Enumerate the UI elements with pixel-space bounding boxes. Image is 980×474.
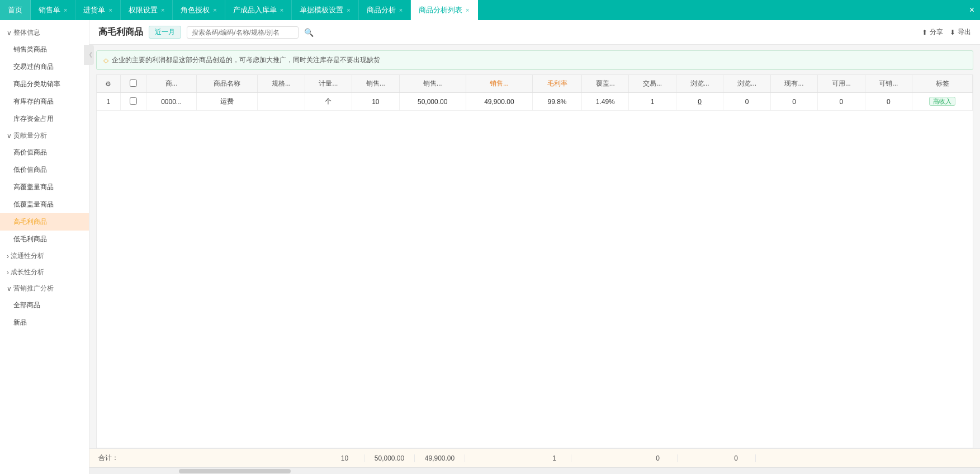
sidebar-item-0-1[interactable]: 交易过的商品 [0, 58, 89, 76]
search-input[interactable] [187, 26, 299, 39]
view-link[interactable]: 0 [698, 98, 702, 106]
nav-item-0[interactable]: 首页 [0, 0, 31, 20]
sidebar-group-3[interactable]: › 成长性分析 [0, 264, 89, 280]
nav-close-icon-8[interactable]: × [466, 7, 469, 13]
sidebar-collapse-button[interactable]: 《 [84, 45, 94, 65]
cell-index: 1 [97, 93, 120, 111]
col-header-code[interactable]: 商... [146, 75, 196, 93]
sidebar-item-1-1[interactable]: 低价值商品 [0, 161, 89, 179]
sidebar-group-0[interactable]: ∨ 整体信息 [0, 25, 89, 41]
col-header-unit[interactable]: 计量... [305, 75, 352, 93]
cell-checkbox[interactable] [120, 93, 146, 111]
tag-badge: 高收入 [929, 97, 955, 106]
cell-code: 0000... [146, 93, 196, 111]
footer-bar: 合计： 1050,000.0049,900.00100 [89, 448, 980, 467]
sidebar-item-0-2[interactable]: 商品分类助销率 [0, 76, 89, 93]
col-header-saleQty[interactable]: 销售... [352, 75, 399, 93]
search-icon[interactable]: 🔍 [304, 28, 314, 37]
scrollbar-thumb[interactable] [179, 469, 291, 473]
col-header-tag[interactable]: 标签 [912, 75, 973, 93]
sidebar-item-1-4[interactable]: 高毛利商品 [0, 213, 89, 231]
cell-available: 0 [818, 93, 865, 111]
col-header-name[interactable]: 商品名称 [196, 75, 258, 93]
footer-cell-8: 49,900.00 [415, 454, 465, 462]
nav-item-8[interactable]: 商品分析列表× [411, 0, 477, 20]
nav-close-icon-4[interactable]: × [213, 7, 216, 13]
export-icon: ⬇ [950, 29, 955, 36]
sidebar-item-1-0[interactable]: 高价值商品 [0, 144, 89, 161]
col-header-saleAmount[interactable]: 销售... [399, 75, 466, 93]
col-header-available[interactable]: 可用... [818, 75, 865, 93]
arrow-icon: ∨ [7, 29, 12, 37]
tip-banner: ◇ 企业的主要的利润都是这部分商品创造的，可考虑加大推广，同时关注库存是不要出现… [96, 50, 973, 70]
sidebar-item-0-0[interactable]: 销售类商品 [0, 41, 89, 58]
nav-item-6[interactable]: 单据模板设置× [292, 0, 358, 20]
group-label: 整体信息 [13, 28, 40, 37]
filter-recent-month-button[interactable]: 近一月 [149, 26, 181, 39]
nav-close-icon-7[interactable]: × [399, 7, 403, 13]
nav-item-3[interactable]: 权限设置× [121, 0, 173, 20]
col-header-coverage[interactable]: 覆盖... [582, 75, 629, 93]
cell-tag: 高收入 [912, 93, 973, 111]
cell-view2: 0 [723, 93, 770, 111]
cell-spec [258, 93, 305, 111]
data-table: ⚙商...商品名称规格...计量...销售...销售...销售...毛利率覆盖.… [97, 75, 973, 111]
col-header-view1[interactable]: 浏览... [676, 75, 723, 93]
nav-item-5[interactable]: 产成品入库单× [225, 0, 292, 20]
cell-unit: 个 [305, 93, 352, 111]
col-header-settings[interactable]: ⚙ [97, 75, 120, 93]
sidebar-group-4[interactable]: ∨ 营销推广分析 [0, 280, 89, 297]
share-button[interactable]: ⬆ 分享 [922, 27, 943, 37]
sidebar-item-4-1[interactable]: 新品 [0, 314, 89, 331]
footer-cell-16: 0 [717, 454, 756, 462]
horizontal-scrollbar[interactable] [89, 467, 980, 474]
header-actions: ⬆ 分享 ⬇ 导出 [922, 27, 971, 37]
select-all-checkbox[interactable] [130, 79, 137, 87]
sidebar-item-1-3[interactable]: 低覆盖量商品 [0, 196, 89, 213]
col-header-saleable[interactable]: 可销... [865, 75, 912, 93]
page-title: 高毛利商品 [98, 26, 143, 38]
sidebar-item-4-0[interactable]: 全部商品 [0, 297, 89, 314]
nav-item-1[interactable]: 销售单× [31, 0, 75, 20]
close-all-button[interactable]: × [969, 5, 974, 15]
sidebar-item-1-2[interactable]: 高覆盖量商品 [0, 179, 89, 196]
cell-view1[interactable]: 0 [676, 93, 723, 111]
col-header-saleProfit[interactable]: 销售... [466, 75, 532, 93]
cell-transaction: 1 [629, 93, 676, 111]
sidebar-group-1[interactable]: ∨ 贡献量分析 [0, 128, 89, 144]
footer-cell-7: 50,000.00 [364, 454, 415, 462]
footer-cell-14: 0 [638, 454, 678, 462]
export-button[interactable]: ⬇ 导出 [950, 27, 971, 37]
col-header-grossRate[interactable]: 毛利率 [533, 75, 582, 93]
sidebar-group-2[interactable]: › 流通性分析 [0, 248, 89, 264]
sidebar-item-1-5[interactable]: 低毛利商品 [0, 231, 89, 248]
cell-saleQty: 10 [352, 93, 399, 111]
nav-item-4[interactable]: 角色授权× [173, 0, 225, 20]
arrow-icon: ∨ [7, 132, 12, 140]
sidebar-item-0-4[interactable]: 库存资金占用 [0, 110, 89, 128]
group-label: 贡献量分析 [13, 131, 47, 140]
col-header-view2[interactable]: 浏览... [723, 75, 770, 93]
nav-close-icon-3[interactable]: × [161, 7, 164, 13]
cell-saleAmount: 50,000.00 [399, 93, 466, 111]
group-label: 营销推广分析 [13, 284, 54, 293]
sidebar-item-0-3[interactable]: 有库存的商品 [0, 93, 89, 110]
col-header-spec[interactable]: 规格... [258, 75, 305, 93]
content-header: 高毛利商品 近一月 🔍 ⬆ 分享 ⬇ 导出 [89, 20, 980, 45]
nav-close-icon-2[interactable]: × [108, 7, 112, 13]
share-label: 分享 [930, 27, 943, 37]
col-header-transaction[interactable]: 交易... [629, 75, 676, 93]
row-checkbox[interactable] [130, 97, 137, 105]
nav-close-icon-5[interactable]: × [280, 7, 283, 13]
nav-close-icon-6[interactable]: × [347, 7, 350, 13]
arrow-icon: ∨ [7, 285, 12, 293]
total-label: 合计： [98, 453, 119, 463]
sidebar: ∨ 整体信息销售类商品交易过的商品商品分类助销率有库存的商品库存资金占用∨ 贡献… [0, 20, 89, 474]
nav-close-icon-1[interactable]: × [64, 7, 67, 13]
share-icon: ⬆ [922, 29, 927, 36]
nav-item-7[interactable]: 商品分析× [359, 0, 411, 20]
footer-cell-11: 1 [538, 454, 571, 462]
col-header-checkbox[interactable] [120, 75, 146, 93]
nav-item-2[interactable]: 进货单× [75, 0, 120, 20]
col-header-stock[interactable]: 现有... [770, 75, 817, 93]
